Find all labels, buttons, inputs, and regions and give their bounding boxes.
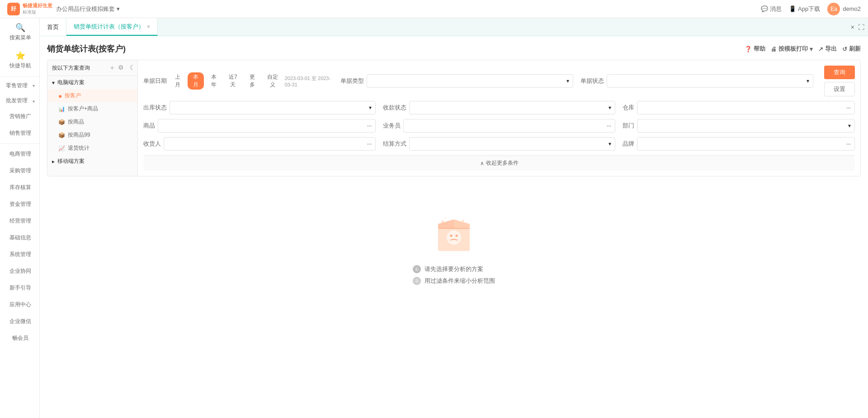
sidebar-item-ecommerce[interactable]: 电商管理 — [0, 146, 39, 162]
scheme-group-desktop-header[interactable]: ▾ 电脑端方案 — [47, 76, 137, 89]
sidebar-item-wholesale[interactable]: 批发管理 ▴ — [0, 93, 39, 108]
goods-icon: 📦 — [58, 119, 65, 125]
svg-point-6 — [456, 235, 458, 237]
empty-illustration — [427, 204, 481, 258]
collapse-bar[interactable]: ∧ 收起更多条件 — [143, 155, 855, 171]
salesperson-control[interactable]: ··· — [403, 119, 615, 133]
export-button[interactable]: ↗ 导出 — [818, 45, 837, 53]
doc-type-control[interactable]: ▾ — [367, 74, 573, 88]
tab-close-icon[interactable]: × — [147, 24, 150, 30]
date-btn-7days[interactable]: 近7天 — [224, 72, 242, 90]
message-button[interactable]: 💬 消息 — [761, 5, 782, 13]
collapse-icon: ∧ — [480, 160, 484, 166]
filter-panel: 按以下方案查询 ＋ ⚙ 《 ▾ 电脑端方案 — [47, 60, 861, 176]
sidebar-item-newbie[interactable]: 新手引导 — [0, 280, 39, 296]
date-btn-thismonth[interactable]: 本月 — [188, 72, 204, 90]
sales-label: 销售管理 — [9, 129, 31, 137]
sidebar-item-vip[interactable]: 畅会员 — [0, 330, 39, 347]
sidebar-item-shortcut[interactable]: ⭐ 快捷导航 — [0, 46, 39, 74]
sidebar-item-appcenter[interactable]: 应用中心 — [0, 296, 39, 313]
doc-status-control[interactable]: ▾ — [607, 74, 813, 88]
svg-point-4 — [447, 230, 461, 245]
help-button[interactable]: ❓ 帮助 — [745, 45, 765, 53]
settings-button[interactable]: 设置 — [824, 82, 855, 96]
header-left: 好 畅捷通好生意 标准版 办公用品行业模拟账套 ▾ — [7, 2, 120, 15]
goods-control[interactable]: ··· — [158, 119, 376, 133]
scheme-item-goods[interactable]: 📦 按商品 — [47, 115, 137, 128]
scheme-item-goods99[interactable]: 📦 按商品99 — [47, 128, 137, 142]
doc-type-chevron-icon: ▾ — [566, 78, 569, 84]
filter-row-1: 单据日期 上月 本月 本年 近7天 更多 自定义 2023-03-01 至 20… — [143, 66, 855, 96]
search-icon: 🔍 — [15, 23, 25, 33]
tab-home[interactable]: 首页 — [40, 18, 66, 36]
inventory-label: 库存核算 — [9, 184, 31, 191]
empty-step-2: ② 用过滤条件来缩小分析范围 — [413, 277, 495, 285]
tab-maximize-icon[interactable]: ⛶ — [858, 24, 864, 31]
sidebar-item-search[interactable]: 🔍 搜索菜单 — [0, 18, 39, 46]
receiver-control[interactable]: ··· — [164, 137, 376, 151]
main-layout: 🔍 搜索菜单 ⭐ 快捷导航 零售管理 ▾ 批发管理 ▴ 营销推广 销售管理 — [0, 18, 868, 418]
industry-selector[interactable]: 办公用品行业模拟账套 ▾ — [56, 5, 120, 13]
payment-control[interactable]: ▾ — [409, 137, 615, 151]
scheme-group-desktop: ▾ 电脑端方案 ● 按客户 📊 按客户+商品 — [47, 76, 137, 155]
filter-doc-type: 单据类型 ▾ — [340, 74, 573, 88]
scheme-item-customer-goods[interactable]: 📊 按客户+商品 — [47, 102, 137, 115]
sidebar-item-marketing[interactable]: 营销推广 — [0, 108, 39, 125]
app-download-button[interactable]: 📱 App下载 — [789, 5, 820, 13]
tab-controls: × ⛶ — [847, 18, 868, 36]
collapse-scheme-icon[interactable]: 《 — [127, 64, 133, 72]
brand-dots: ··· — [846, 141, 851, 147]
collect-status-chevron-icon: ▾ — [609, 104, 611, 111]
department-control[interactable]: ▾ — [637, 119, 855, 133]
sidebar-item-inventory[interactable]: 库存核算 — [0, 179, 39, 196]
brand-control[interactable]: ··· — [637, 137, 855, 151]
date-btn-thisyear[interactable]: 本年 — [206, 72, 222, 90]
settings-scheme-icon[interactable]: ⚙ — [118, 64, 124, 72]
sidebar-item-system[interactable]: 系统管理 — [0, 246, 39, 263]
out-status-control[interactable]: ▾ — [170, 101, 376, 114]
date-btn-lastmonth[interactable]: 上月 — [170, 72, 186, 90]
download-icon: 📱 — [789, 5, 796, 12]
warehouse-control[interactable]: ··· — [637, 101, 855, 114]
sidebar-item-sales[interactable]: 销售管理 — [0, 125, 39, 142]
wholesale-arrow-icon: ▴ — [33, 98, 35, 103]
date-btn-custom[interactable]: 自定义 — [262, 72, 283, 90]
sidebar-item-enterprise[interactable]: 企业协同 — [0, 263, 39, 280]
sidebar-item-retail[interactable]: 零售管理 ▾ — [0, 78, 39, 93]
sidebar-item-purchase[interactable]: 采购管理 — [0, 162, 39, 179]
tab-spacer — [158, 18, 847, 36]
group-label: 电脑端方案 — [57, 79, 85, 86]
tab-close-window-icon[interactable]: × — [851, 24, 854, 31]
svg-point-8 — [445, 217, 447, 219]
message-icon: 💬 — [761, 5, 768, 12]
sidebar-item-finance[interactable]: 资金管理 — [0, 196, 39, 213]
add-scheme-icon[interactable]: ＋ — [109, 64, 115, 72]
sidebar-item-basic[interactable]: 基础信息 — [0, 229, 39, 246]
collect-status-control[interactable]: ▾ — [409, 101, 615, 114]
marketing-label: 营销推广 — [9, 113, 31, 120]
filter-out-status: 出库状态 ▾ — [143, 101, 376, 114]
refresh-button[interactable]: ↺ 刷新 — [842, 45, 861, 53]
sidebar-item-wechat[interactable]: 企业微信 — [0, 313, 39, 330]
tab-active[interactable]: 销货单统计计表（按客户） × — [66, 18, 158, 36]
wechat-label: 企业微信 — [9, 318, 31, 325]
divider-1 — [0, 76, 39, 76]
filter-department: 部门 ▾ — [623, 119, 855, 133]
user-menu[interactable]: Ea demo2 — [827, 3, 861, 15]
logo-text: 畅捷通好生意 标准版 — [23, 2, 52, 15]
svg-marker-1 — [438, 219, 454, 228]
scheme-item-return-stats[interactable]: 📈 退货统计 — [47, 142, 137, 155]
scheme-group-mobile: ▸ 移动端方案 — [47, 155, 137, 168]
date-range-text: 2023-03-01 至 2023-03-31 — [285, 75, 333, 87]
mobile-group-label: 移动端方案 — [57, 157, 85, 165]
filter-doc-status: 单据状态 ▾ — [580, 74, 813, 88]
sidebar-item-operation[interactable]: 经营管理 — [0, 213, 39, 229]
empty-svg — [427, 204, 481, 258]
date-btn-more[interactable]: 更多 — [244, 72, 260, 90]
scheme-item-customer[interactable]: ● 按客户 — [47, 89, 137, 102]
scheme-group-mobile-header[interactable]: ▸ 移动端方案 — [47, 155, 137, 168]
top-header: 好 畅捷通好生意 标准版 办公用品行业模拟账套 ▾ 💬 消息 📱 App下载 — [0, 0, 868, 18]
svg-point-9 — [462, 220, 464, 222]
template-print-button[interactable]: 🖨 按模板打印 ▾ — [771, 45, 813, 53]
query-button[interactable]: 查询 — [824, 66, 855, 79]
